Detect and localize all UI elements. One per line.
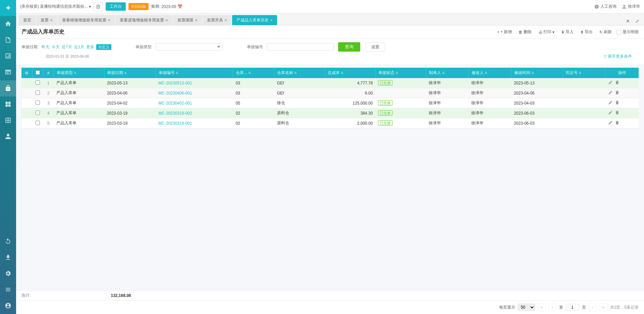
date-today[interactable]: 今天	[52, 44, 60, 50]
expand-conditions-btn[interactable]: ▽ 展开更多条件	[604, 54, 632, 59]
cell-doc-no[interactable]: MC-20230319-002	[156, 108, 233, 118]
th-doc-type[interactable]: 单据类型⇅	[54, 68, 104, 78]
tab-invoice-calc-close[interactable]: ✕	[195, 18, 198, 22]
sidebar-item-person[interactable]	[0, 129, 16, 145]
tab-check-input-vat-close[interactable]: ✕	[165, 18, 168, 22]
th-settings[interactable]: ⚙	[21, 68, 32, 78]
row-delete-icon[interactable]	[615, 100, 620, 106]
tab-invoice-calc[interactable]: 发票测算 ✕	[173, 15, 202, 25]
row-checkbox[interactable]	[36, 80, 40, 85]
next-page-btn[interactable]: ›	[589, 303, 597, 311]
date-custom-tag[interactable]: 自定义	[96, 44, 111, 50]
query-btn[interactable]: 查询	[338, 42, 360, 52]
th-modify-time[interactable]: 修改时间⇅	[511, 68, 563, 78]
row-delete-icon[interactable]	[615, 110, 620, 116]
doc-no-link[interactable]: MC-20230513-001	[158, 81, 192, 85]
tab-check-sales-vat[interactable]: 查看销项增值税专用发票 ✕	[58, 15, 115, 25]
cell-doc-no[interactable]: MC-20230406-001	[156, 88, 233, 98]
th-modifier[interactable]: 修改人⇅	[469, 68, 511, 78]
th-total-cost[interactable]: 总成本⇅	[325, 68, 376, 78]
tab-invoice[interactable]: 发票 ✕	[36, 15, 57, 25]
row-delete-icon[interactable]	[615, 90, 620, 96]
date-yesterday[interactable]: 昨天	[42, 44, 50, 50]
row-checkbox[interactable]	[36, 90, 40, 95]
cell-doc-no[interactable]: MC-20230319-001	[156, 118, 233, 128]
doc-no-link[interactable]: MC-20230319-001	[158, 121, 192, 126]
sidebar-item-bill[interactable]	[0, 64, 16, 80]
add-btn[interactable]: + + 新增	[495, 28, 514, 36]
row-edit-icon[interactable]	[608, 110, 613, 116]
tab-home[interactable]: 首页	[19, 15, 36, 25]
show-detail-toggle[interactable]: 显示明细	[616, 29, 639, 35]
sidebar-item-download[interactable]	[0, 250, 16, 266]
last-page-btn[interactable]: »	[599, 303, 607, 311]
tab-product-inbound-history[interactable]: 产成品入库单历史 ✕	[232, 15, 277, 25]
th-checkbox[interactable]	[32, 68, 43, 78]
row-checkbox[interactable]	[36, 101, 40, 105]
tab-product-inbound-close[interactable]: ✕	[270, 18, 273, 22]
row-checkbox[interactable]	[36, 111, 40, 115]
delete-btn[interactable]: 🗑 删除	[517, 28, 534, 36]
cell-doc-no[interactable]: MC-20230513-001	[156, 78, 233, 88]
cell-checkbox[interactable]	[32, 118, 43, 128]
row-edit-icon[interactable]	[608, 100, 613, 106]
print-btn[interactable]: 🖨 打印 ▾	[536, 28, 556, 36]
doc-icon-btn[interactable]	[94, 2, 103, 11]
page-input[interactable]	[566, 304, 579, 311]
date-more[interactable]: 更多	[86, 44, 94, 50]
date-1month[interactable]: 近1月	[74, 44, 85, 50]
th-doc-status[interactable]: 单据状态⇅	[375, 68, 426, 78]
sidebar-item-refresh2[interactable]	[0, 234, 16, 250]
calendar-icon[interactable]: 📅	[177, 4, 182, 9]
show-detail-checkbox[interactable]	[616, 30, 621, 35]
row-edit-icon[interactable]	[608, 80, 613, 86]
doc-no-link[interactable]: MC-20230319-002	[158, 111, 192, 116]
th-warehouse-code[interactable]: 仓库...⇅	[233, 68, 274, 78]
cell-checkbox[interactable]	[32, 98, 43, 108]
row-checkbox[interactable]	[36, 121, 40, 125]
select-all-checkbox[interactable]	[36, 70, 40, 75]
row-edit-icon[interactable]	[608, 90, 613, 96]
doc-type-select[interactable]	[156, 43, 223, 51]
tab-check-sales-vat-close[interactable]: ✕	[108, 18, 110, 22]
th-creator[interactable]: 制单人⇅	[426, 68, 469, 78]
sidebar-item-vip[interactable]	[0, 298, 16, 314]
row-delete-icon[interactable]	[615, 80, 620, 86]
user-service-btn[interactable]: 人工咨询	[594, 4, 616, 9]
workbench-btn[interactable]: 工作台	[106, 2, 126, 11]
sidebar-item-home[interactable]	[0, 16, 16, 32]
cell-checkbox[interactable]	[32, 108, 43, 118]
tab-check-input-vat[interactable]: 查看进项增值税专用发票 ✕	[115, 15, 172, 25]
company-dropdown-icon[interactable]: ▾	[89, 4, 91, 9]
doc-no-input[interactable]	[267, 43, 334, 51]
cell-doc-no[interactable]: MC-20230402-001	[156, 98, 233, 108]
prev-page-btn[interactable]: ‹	[548, 303, 556, 311]
doc-no-link[interactable]: MC-20230402-001	[158, 101, 192, 106]
date-7days[interactable]: 近7天	[62, 44, 72, 50]
row-delete-icon[interactable]	[615, 120, 620, 126]
cell-checkbox[interactable]	[32, 88, 43, 98]
tab-close-all-btn[interactable]: ✕	[624, 17, 632, 25]
first-page-btn[interactable]: «	[538, 303, 546, 311]
cell-checkbox[interactable]	[32, 78, 43, 88]
sidebar-item-doc[interactable]	[0, 32, 16, 48]
tab-invoice-open[interactable]: 发票开具 ✕	[203, 15, 231, 25]
sidebar-item-play[interactable]	[0, 282, 16, 298]
user-avatar-btn[interactable]: 徐泽华	[622, 4, 640, 9]
sidebar-item-chart[interactable]	[0, 48, 16, 64]
set-btn[interactable]: 设置	[366, 43, 385, 52]
sidebar-item-lock[interactable]	[0, 80, 16, 97]
th-doc-no[interactable]: 单据编号⇅	[156, 68, 233, 78]
th-voucher-no[interactable]: 凭证号⇅	[563, 68, 605, 78]
th-doc-date[interactable]: 单据日期⇅	[104, 68, 156, 78]
export-btn[interactable]: ⬆ 导出	[578, 28, 595, 36]
settings-icon-th[interactable]: ⚙	[25, 71, 29, 75]
doc-no-link[interactable]: MC-20230406-001	[158, 91, 192, 96]
tab-maximize-btn[interactable]: ⤢	[633, 17, 641, 25]
tab-invoice-close[interactable]: ✕	[50, 18, 53, 22]
import-btn[interactable]: ⬇ 导入	[559, 28, 576, 36]
refresh-btn[interactable]: ↻ 刷新	[597, 28, 614, 36]
th-warehouse-name[interactable]: 仓库名称⇅	[274, 68, 325, 78]
sidebar-item-grid[interactable]	[0, 97, 16, 113]
sidebar-item-gear[interactable]	[0, 266, 16, 282]
